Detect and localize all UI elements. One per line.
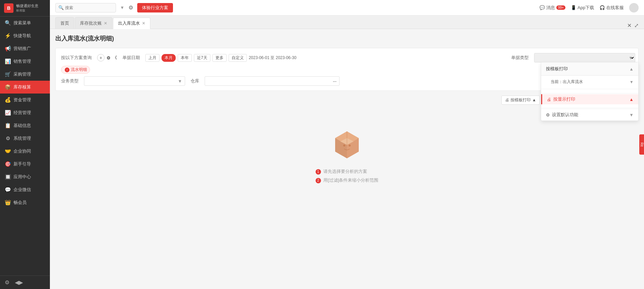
- sidebar-label-basic: 基础信息: [13, 123, 31, 129]
- sidebar-icon-cooperation: 🤝: [5, 148, 11, 154]
- filter-tag-icon: !: [65, 68, 69, 72]
- date-this-year-btn[interactable]: 本年: [178, 54, 192, 62]
- sidebar-label-marketing: 营销推广: [13, 46, 31, 52]
- doc-type-select[interactable]: [534, 53, 635, 62]
- dropdown-header: 按模板打印 ▲: [541, 62, 638, 76]
- sidebar: B 畅捷通好生意 标准版 🔍搜索菜单⚡快捷导航📢营销推广📊销售管理🛒采购管理📦库…: [0, 0, 50, 289]
- sidebar-item-search[interactable]: 🔍搜索菜单: [0, 17, 50, 29]
- filter-tag-label: 流水明细: [71, 67, 87, 73]
- sidebar-item-quick-nav[interactable]: ⚡快捷导航: [0, 29, 50, 42]
- tab-batch[interactable]: 库存批次账 ✕: [75, 17, 112, 29]
- sidebar-item-member[interactable]: 👑畅会员: [0, 196, 50, 209]
- print-chevron-icon: ▲: [532, 98, 536, 102]
- sidebar-item-wechat[interactable]: 💬企业微信: [0, 183, 50, 196]
- dropdown-current-label: 当前：出入库流水: [551, 79, 583, 85]
- right-edge-button[interactable]: Rit: [639, 134, 644, 155]
- search-input[interactable]: [65, 5, 106, 10]
- messages-badge: 99+: [556, 5, 565, 10]
- business-type-select[interactable]: ▼: [84, 76, 185, 86]
- tab-expand-button[interactable]: ⤢: [634, 22, 639, 29]
- date-this-month-btn[interactable]: 本月: [162, 54, 176, 62]
- sidebar-label-finance: 资金管理: [13, 97, 31, 103]
- tab-home[interactable]: 首页: [55, 17, 74, 29]
- sidebar-item-purchase[interactable]: 🛒采购管理: [0, 68, 50, 81]
- tab-flow-close[interactable]: ✕: [142, 21, 145, 26]
- svg-point-6: [343, 144, 345, 147]
- sidebar-item-marketing[interactable]: 📢营销推广: [0, 42, 50, 55]
- sidebar-label-search: 搜索菜单: [13, 20, 31, 26]
- topbar-gear-icon[interactable]: ⚙: [128, 4, 133, 11]
- display-section-chevron-icon: ▲: [629, 97, 634, 102]
- sidebar-label-purchase: 采购管理: [13, 71, 31, 77]
- topbar-right: 💬 消息 99+ 📱 App下载 🎧 在线客服: [539, 3, 639, 12]
- filter-actions: + ⚙ 《: [97, 54, 117, 61]
- filter-date-group: 上月 本月 本年 近7天 更多 自定义 2023-06-01 至 2023-06…: [145, 54, 506, 62]
- topbar-search-box[interactable]: 🔍: [55, 3, 116, 12]
- tab-batch-close[interactable]: ✕: [104, 21, 107, 26]
- tabbar-actions: ✕ ⤢: [627, 22, 639, 29]
- settings-bottom-icon[interactable]: ⚙: [5, 279, 9, 286]
- sidebar-item-app-center[interactable]: 🔲应用中心: [0, 170, 50, 183]
- display-section-label: 按显示打印: [553, 96, 575, 102]
- sidebar-item-guide[interactable]: 🎯新手引导: [0, 158, 50, 170]
- dropdown-items-wrapper: [541, 104, 638, 107]
- app-logo: B 畅捷通好生意 标准版: [0, 0, 50, 17]
- date-more-btn[interactable]: 更多: [212, 54, 227, 62]
- filter-collapse-icon[interactable]: 《: [113, 55, 117, 61]
- display-section-icon: 🖨: [547, 97, 551, 102]
- sidebar-item-system[interactable]: ⚙系统管理: [0, 132, 50, 145]
- logo-badge: 标准版: [16, 8, 38, 13]
- sidebar-icon-quick-nav: ⚡: [5, 33, 11, 39]
- filter-settings-icon[interactable]: ⚙: [107, 55, 111, 60]
- warehouse-dots-icon: ···: [333, 79, 336, 84]
- default-func-text: 设置默认功能: [552, 112, 578, 118]
- app-download-item[interactable]: 📱 App下载: [571, 5, 594, 11]
- sidebar-label-app-center: 应用中心: [13, 174, 31, 180]
- date-7days-btn[interactable]: 近7天: [194, 54, 210, 62]
- sidebar-item-basic[interactable]: 📋基础信息: [0, 119, 50, 132]
- doc-type-label: 单据类型: [511, 55, 529, 61]
- sidebar-label-operation: 经营管理: [13, 110, 31, 116]
- tab-close-all-button[interactable]: ✕: [627, 22, 632, 29]
- dropdown-divider-1: [541, 89, 638, 89]
- trial-button[interactable]: 体验行业方案: [137, 3, 173, 12]
- tab-flow[interactable]: 出入库流水 ✕: [113, 18, 150, 29]
- sidebar-icon-operation: 📈: [5, 110, 11, 116]
- dropdown-title: 按模板打印: [546, 66, 568, 72]
- sidebar-item-operation[interactable]: 📈经营管理: [0, 106, 50, 119]
- sidebar-item-sales[interactable]: 📊销售管理: [0, 55, 50, 68]
- date-custom-btn[interactable]: 自定义: [229, 54, 247, 62]
- dropdown-bottom-row[interactable]: ⚙ 设置默认功能 ▼: [541, 109, 638, 121]
- collapse-sidebar-icon[interactable]: ◀▶: [15, 279, 23, 286]
- logo-icon: B: [4, 3, 13, 13]
- sidebar-item-finance[interactable]: 💰资金管理: [0, 94, 50, 106]
- search-icon: 🔍: [58, 5, 64, 10]
- sidebar-item-cooperation[interactable]: 🤝企业协同: [0, 145, 50, 158]
- sidebar-label-member: 畅会员: [13, 200, 27, 206]
- filter-add-button[interactable]: +: [97, 54, 105, 61]
- dropdown-current-chevron-icon: ▼: [630, 80, 634, 84]
- print-template-button[interactable]: 🖨 按模板打印 ▲: [501, 96, 540, 105]
- tip-1: 1 请先选择要分析的方案: [316, 167, 379, 176]
- filter-tag-detail[interactable]: ! 流水明细: [61, 66, 90, 74]
- date-last-month-btn[interactable]: 上月: [145, 54, 159, 62]
- display-section-header[interactable]: 🖨 按显示打印 ▲: [541, 94, 638, 104]
- sidebar-item-inventory[interactable]: 📦库存核算: [0, 81, 50, 94]
- dropdown-divider-2: [541, 93, 638, 94]
- user-avatar[interactable]: [629, 3, 639, 12]
- messages-item[interactable]: 💬 消息 99+: [539, 5, 565, 11]
- dropdown-title-chevron-icon[interactable]: ▲: [629, 67, 634, 72]
- business-type-label: 业务类型: [61, 78, 79, 84]
- empty-state: 1 请先选择要分析的方案 2 用[过滤]条件来缩小分析范围: [55, 108, 639, 205]
- topbar-dropdown-icon[interactable]: ▼: [120, 5, 124, 10]
- dropdown-default-func-label: ⚙ 设置默认功能: [546, 112, 578, 118]
- tip-2-number: 2: [316, 178, 321, 183]
- dropdown-current-section: 当前：出入库流水 ▼: [541, 76, 638, 88]
- main-area: 🔍 ▼ ⚙ 体验行业方案 💬 消息 99+ 📱 App下载 🎧 在线客服: [50, 0, 644, 289]
- customer-service-item[interactable]: 🎧 在线客服: [599, 5, 624, 11]
- date-range-display: 2023-06-01 至 2023-06-30: [249, 55, 296, 61]
- dropdown-template-section: [541, 90, 638, 93]
- dropdown-divider-3: [541, 108, 638, 108]
- warehouse-select[interactable]: ···: [205, 76, 340, 86]
- sidebar-label-system: 系统管理: [13, 135, 31, 141]
